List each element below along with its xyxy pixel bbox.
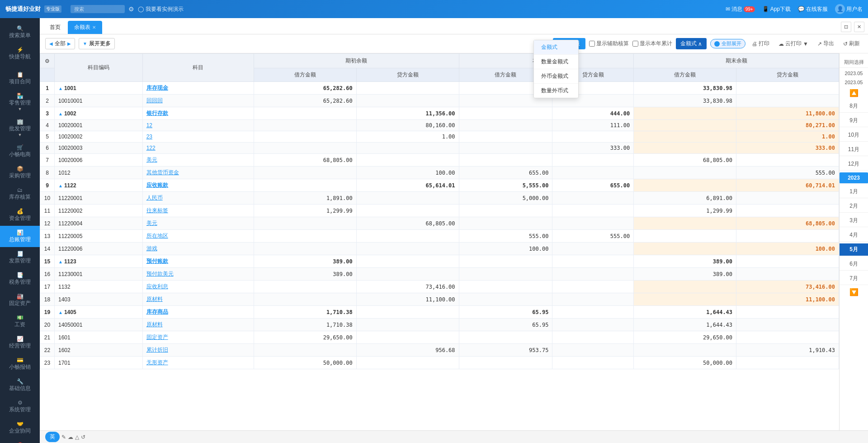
period-8[interactable]: 8月 xyxy=(840,100,868,113)
window-restore-btn[interactable]: ⊡ xyxy=(841,22,851,32)
opening_debit-cell: 1,299.99 xyxy=(254,205,356,217)
name-cell: 应收利息 xyxy=(142,281,254,293)
dropdown-item-qty-foreign[interactable]: 数量外币式 xyxy=(534,84,578,98)
period-down-btn[interactable]: 🔽 xyxy=(849,287,859,297)
cloud-print-btn[interactable]: ☁ 云打印 ▼ xyxy=(776,38,811,49)
period-6[interactable]: 6月 xyxy=(840,258,868,271)
window-close-btn[interactable]: ✕ xyxy=(854,22,864,32)
export-btn[interactable]: ↗ 导出 xyxy=(815,38,837,49)
user-avatar[interactable]: 👤 用户名 xyxy=(835,4,863,14)
sidebar-item-inventory[interactable]: 🗂 库存核算 xyxy=(0,183,40,205)
sidebar-item-operations[interactable]: 📈 经营管理 xyxy=(0,332,40,353)
sidebar-item-ledger[interactable]: 📊 总账管理 xyxy=(0,226,40,247)
period-11[interactable]: 11月 xyxy=(840,143,868,156)
seq-cell: 12 xyxy=(40,217,55,230)
sidebar-item-guide[interactable]: 🎯 新手引导 xyxy=(0,438,40,443)
demo-link[interactable]: ◯ 我要看实例演示 xyxy=(138,5,184,13)
opening_debit-cell xyxy=(254,230,356,243)
tab-balance[interactable]: 余额表 ✕ xyxy=(68,21,102,34)
header-search-input[interactable] xyxy=(71,5,125,13)
closing-debit-cell: 29,650.00 xyxy=(634,331,736,344)
table-container[interactable]: ⚙ 科目编码 科目 期初余额 本期发生额 期末余额 借方金额 贷方金额 借方金额 xyxy=(40,53,839,430)
period-2[interactable]: 2月 xyxy=(840,200,868,213)
name-cell[interactable]: 预付账款 xyxy=(142,255,254,268)
closing-credit-cell: 68,805.00 xyxy=(736,217,839,230)
settings-icon[interactable]: ⚙ xyxy=(128,5,134,13)
refresh-btn[interactable]: ↺ 刷新 xyxy=(840,38,863,49)
view-mode-btn[interactable]: 金额式 ∧ xyxy=(676,38,707,49)
sidebar-item-tax[interactable]: 📑 税务管理 xyxy=(0,268,40,290)
dropdown-item-qty-amount[interactable]: 数量金额式 xyxy=(534,55,578,69)
closing-credit-cell xyxy=(736,255,839,268)
period-4[interactable]: 4月 xyxy=(840,229,868,242)
code-cell: 1132 xyxy=(55,281,143,293)
name-cell[interactable]: 银行存款 xyxy=(142,107,254,120)
sidebar-item-search[interactable]: 🔍 搜索菜单 xyxy=(0,22,40,43)
sidebar-item-invoice[interactable]: 🧾 发票管理 xyxy=(0,247,40,268)
closing-debit-cell xyxy=(634,281,736,293)
period-1[interactable]: 1月 xyxy=(840,186,868,198)
closing-debit-cell xyxy=(634,293,736,306)
show-ytd-checkbox[interactable]: 显示本年累计 xyxy=(632,40,672,48)
period-10[interactable]: 10月 xyxy=(840,129,868,142)
period-12[interactable]: 12月 xyxy=(840,158,868,171)
closing-debit-cell xyxy=(634,131,736,143)
show-aux-checkbox[interactable]: 显示辅助核算 xyxy=(589,40,629,48)
sidebar-item-collab[interactable]: 🤝 企业协同 xyxy=(0,417,40,438)
name-cell[interactable]: 库存商品 xyxy=(142,306,254,319)
code-cell: 10020003 xyxy=(55,143,143,154)
period-5[interactable]: 5月 xyxy=(840,243,868,256)
triangle-icon[interactable]: △ xyxy=(75,434,79,440)
sidebar-item-base[interactable]: 🔧 基础信息 xyxy=(0,375,40,396)
code-cell: 11220002 xyxy=(55,205,143,217)
online-service-btn[interactable]: 💬 在线客服 xyxy=(798,5,828,13)
sidebar-item-retail[interactable]: 🏪 零售管理 ▼ xyxy=(0,89,40,115)
name-cell[interactable]: 应收账款 xyxy=(142,179,254,192)
app-download-btn[interactable]: 📱 App下载 xyxy=(762,5,791,13)
period_debit-cell: 5,555.00 xyxy=(459,179,552,192)
dropdown-item-foreign-amount[interactable]: 外币金额式 xyxy=(534,69,578,84)
sidebar: 🔍 搜索菜单 ⚡ 快捷导航 📋 项目合同 🏪 零售管理 ▼ 🏢 批发管理 ▼ 🛒… xyxy=(0,18,40,443)
expand-more-btn[interactable]: ▼ 展开更多 xyxy=(79,38,115,49)
sidebar-item-purchase[interactable]: 📦 采购管理 xyxy=(0,162,40,183)
period_debit-cell: 555.00 xyxy=(459,230,552,243)
opening_credit-cell xyxy=(356,230,459,243)
sidebar-item-ecom[interactable]: 🛒 小畅电商 xyxy=(0,141,40,162)
opening_credit-cell xyxy=(356,143,459,154)
sidebar-item-expense[interactable]: 💳 小畅报销 xyxy=(0,353,40,375)
period-up-btn[interactable]: 🔼 xyxy=(849,88,859,98)
sidebar-item-system[interactable]: ⚙ 系统管理 xyxy=(0,396,40,417)
period-2023[interactable]: 2023 xyxy=(840,172,868,184)
settings-col-header[interactable]: ⚙ xyxy=(40,54,55,68)
edit-icon[interactable]: ✎ xyxy=(61,434,66,440)
period_credit-cell xyxy=(552,192,634,205)
name-cell: 固定资产 xyxy=(142,331,254,344)
sidebar-item-wholesale[interactable]: 🏢 批发管理 ▼ xyxy=(0,115,40,141)
message-btn[interactable]: ✉ 消息 99+ xyxy=(726,5,755,13)
period-9[interactable]: 9月 xyxy=(840,114,868,127)
sync-icon[interactable]: ↺ xyxy=(81,434,85,440)
sidebar-item-quicknav[interactable]: ⚡ 快捷导航 xyxy=(0,43,40,64)
opening_debit-cell xyxy=(254,293,356,306)
period-7[interactable]: 7月 xyxy=(840,272,868,285)
period-3[interactable]: 3月 xyxy=(840,214,868,227)
sidebar-item-assets[interactable]: 🏭 固定资产 xyxy=(0,290,40,311)
period_debit-cell: 5,000.00 xyxy=(459,192,552,205)
opening_credit-cell xyxy=(356,95,459,107)
tab-close-icon[interactable]: ✕ xyxy=(92,25,96,30)
seq-sub-header xyxy=(40,68,55,82)
tab-home[interactable]: 首页 xyxy=(43,21,67,34)
expand-toggle[interactable]: 全部展开 xyxy=(710,39,745,48)
cloud-icon[interactable]: ☁ xyxy=(68,434,73,440)
opening_credit-cell: 73,416.00 xyxy=(356,281,459,293)
breadcrumb-btn[interactable]: ◀ 全部 ▶ xyxy=(45,38,75,49)
opening_credit-cell: 1.00 xyxy=(356,131,459,143)
print-btn[interactable]: 🖨 打印 xyxy=(749,38,772,49)
dropdown-item-amount[interactable]: 金额式 xyxy=(534,40,578,55)
name-cell[interactable]: 库存现金 xyxy=(142,82,254,95)
sidebar-item-project[interactable]: 📋 项目合同 xyxy=(0,68,40,89)
sidebar-item-finance[interactable]: 💰 资金管理 xyxy=(0,205,40,226)
sidebar-item-salary[interactable]: 💵 工资 xyxy=(0,311,40,332)
input-method-btn[interactable]: 英 xyxy=(45,432,60,442)
closing-credit-cell xyxy=(736,230,839,243)
